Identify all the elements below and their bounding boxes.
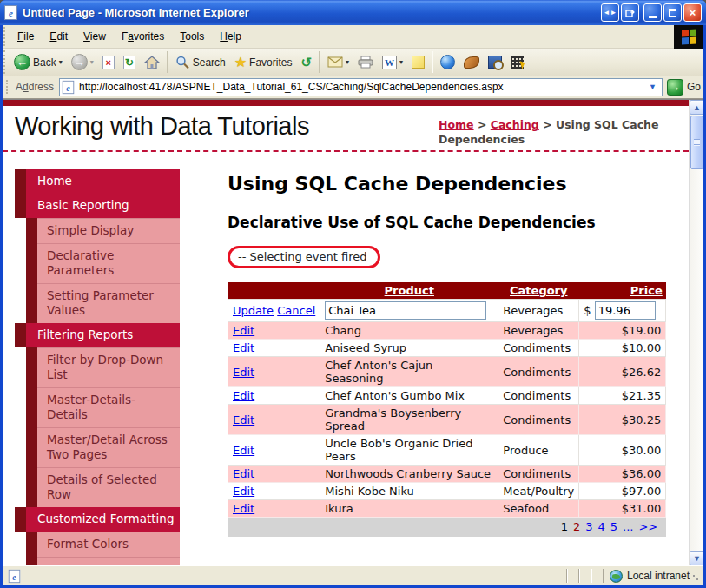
table-row: Edit Chef Anton's Gumbo Mix Condiments $… bbox=[228, 387, 666, 405]
sidebar-item-details-of-selected-row[interactable]: Details of Selected Row bbox=[15, 467, 180, 507]
edit-link[interactable]: Edit bbox=[233, 366, 254, 379]
menu-favorites[interactable]: Favorites bbox=[114, 27, 172, 46]
sidebar-item-declarative-parameters[interactable]: Declarative Parameters bbox=[15, 243, 180, 283]
update-link[interactable]: Update bbox=[233, 304, 274, 317]
window-popout-button[interactable] bbox=[621, 3, 639, 22]
edit-link[interactable]: Edit bbox=[233, 444, 254, 457]
chevron-down-icon: ▼ bbox=[649, 83, 657, 91]
print-button[interactable] bbox=[353, 54, 378, 70]
back-icon: ← bbox=[14, 54, 30, 70]
grid-edit-row: Update Cancel Beverages $ bbox=[228, 300, 666, 322]
menu-tools[interactable]: Tools bbox=[172, 27, 212, 46]
currency-symbol: $ bbox=[584, 304, 591, 317]
products-grid: Product Category Price Update Cancel bbox=[228, 282, 666, 537]
vertical-scrollbar[interactable]: ▲ ▼ bbox=[689, 100, 703, 565]
close-icon: × bbox=[690, 6, 696, 19]
addressbar-grip[interactable] bbox=[6, 80, 10, 94]
scroll-down-button[interactable]: ▼ bbox=[690, 551, 703, 565]
minimize-button[interactable] bbox=[643, 3, 662, 22]
back-dropdown-icon[interactable]: ▾ bbox=[59, 58, 63, 66]
pager-page-5-link[interactable]: 5 bbox=[610, 520, 617, 533]
history-button[interactable]: ↺ bbox=[296, 53, 316, 72]
forward-button[interactable]: → ▾ bbox=[67, 52, 98, 72]
sidebar-item-simple-display[interactable]: Simple Display bbox=[15, 218, 180, 243]
mail-button[interactable]: ▾ bbox=[323, 55, 353, 69]
sidebar-item-basic-reporting[interactable]: Basic Reporting bbox=[15, 194, 180, 218]
pager-next-link[interactable]: >> bbox=[638, 520, 657, 533]
sort-category-link[interactable]: Category bbox=[510, 284, 567, 297]
toolbar-grip[interactable] bbox=[3, 50, 8, 74]
edit-link[interactable]: Edit bbox=[233, 467, 254, 480]
address-dropdown-button[interactable]: ▼ bbox=[645, 80, 660, 95]
table-row: Edit Chef Anton's Cajun Seasoning Condim… bbox=[228, 357, 666, 387]
table-row: Edit Chang Beverages $19.00 bbox=[228, 322, 666, 340]
title-bar[interactable]: e Untitled Page - Microsoft Internet Exp… bbox=[0, 0, 706, 25]
page-icon: e bbox=[63, 80, 75, 93]
favorites-button[interactable]: ★ Favorites bbox=[230, 52, 297, 72]
forward-dropdown-icon[interactable]: ▾ bbox=[90, 58, 94, 66]
address-field[interactable]: e http://localhost:4178/ASPNET_Data_Tuto… bbox=[59, 78, 663, 96]
messenger-button[interactable] bbox=[436, 53, 459, 71]
edit-link[interactable]: Edit bbox=[233, 485, 254, 498]
back-button[interactable]: ← Back ▾ bbox=[10, 52, 67, 72]
search-button[interactable]: Search bbox=[171, 54, 230, 71]
home-button[interactable] bbox=[140, 54, 164, 71]
research-button[interactable] bbox=[484, 54, 506, 70]
window-arrows-button[interactable]: ◄► bbox=[601, 3, 619, 22]
breadcrumb: Home > Caching > Using SQL Cache Depende… bbox=[439, 112, 680, 147]
sort-product-link[interactable]: Product bbox=[385, 284, 434, 297]
forward-icon: → bbox=[71, 54, 88, 70]
edit-dropdown-icon[interactable]: ▾ bbox=[399, 58, 403, 66]
close-button[interactable]: × bbox=[683, 3, 702, 22]
sidebar-item-filter-by-dropdown-list[interactable]: Filter by Drop-Down List bbox=[15, 347, 180, 387]
mail-dropdown-icon[interactable]: ▾ bbox=[346, 58, 349, 66]
sort-price-link[interactable]: Price bbox=[630, 284, 663, 297]
sidebar-item-home[interactable]: Home bbox=[15, 169, 180, 194]
addon-button-2[interactable] bbox=[506, 54, 528, 70]
edit-link[interactable]: Edit bbox=[233, 341, 254, 354]
cancel-link[interactable]: Cancel bbox=[277, 304, 315, 317]
pager-page-2-link[interactable]: 2 bbox=[573, 520, 580, 533]
breadcrumb-caching-link[interactable]: Caching bbox=[491, 118, 539, 131]
table-row: Edit Northwoods Cranberry Sauce Condimen… bbox=[228, 466, 666, 483]
scroll-up-button[interactable]: ▲ bbox=[690, 100, 703, 115]
sidebar-item-master-detail-across-two-pages[interactable]: Master/Detail Across Two Pages bbox=[15, 427, 180, 467]
pager-ellipsis-link[interactable]: ... bbox=[623, 520, 633, 533]
menu-file[interactable]: File bbox=[10, 27, 42, 46]
edit-with-word-button[interactable]: W ▾ bbox=[378, 54, 407, 71]
sidebar-item-format-colors[interactable]: Format Colors bbox=[15, 532, 180, 557]
go-arrow-icon: → bbox=[667, 79, 683, 96]
chevron-down-icon: ▼ bbox=[693, 554, 701, 563]
pager-page-4-link[interactable]: 4 bbox=[598, 520, 605, 533]
sidebar-item-customized-formatting[interactable]: Customized Formatting bbox=[15, 507, 180, 532]
pager-page-3-link[interactable]: 3 bbox=[585, 520, 592, 533]
menu-help[interactable]: Help bbox=[212, 27, 249, 46]
maximize-button[interactable] bbox=[663, 3, 682, 22]
resize-grip[interactable] bbox=[691, 573, 702, 584]
refresh-button[interactable]: ↻ bbox=[119, 54, 140, 71]
edit-link[interactable]: Edit bbox=[233, 324, 254, 337]
status-page-icon: e bbox=[9, 569, 21, 582]
addon-button-1[interactable] bbox=[459, 55, 484, 70]
menu-edit[interactable]: Edit bbox=[42, 27, 76, 46]
sidebar-item-master-details-details[interactable]: Master-Details-Details bbox=[15, 387, 180, 427]
edit-link[interactable]: Edit bbox=[233, 389, 254, 402]
notes-button[interactable] bbox=[407, 54, 429, 70]
price-input[interactable] bbox=[595, 301, 656, 320]
stop-button[interactable]: × bbox=[98, 54, 119, 71]
scrollbar-thumb[interactable] bbox=[690, 116, 703, 169]
product-name-input[interactable] bbox=[325, 301, 486, 320]
browser-viewport: Working with Data Tutorials Home > Cachi… bbox=[3, 99, 703, 565]
sidebar-item-filtering-reports[interactable]: Filtering Reports bbox=[15, 323, 180, 347]
table-row: Edit Ikura Seafood $31.00 bbox=[228, 500, 666, 518]
go-button[interactable]: → Go bbox=[667, 79, 701, 96]
menubar-grip[interactable] bbox=[3, 27, 8, 46]
print-icon bbox=[358, 56, 373, 69]
breadcrumb-home-link[interactable]: Home bbox=[439, 118, 474, 131]
sidebar-item-setting-parameter-values[interactable]: Setting Parameter Values bbox=[15, 283, 180, 323]
menu-view[interactable]: View bbox=[76, 27, 114, 46]
breadcrumb-separator: > bbox=[478, 118, 486, 131]
address-url[interactable]: http://localhost:4178/ASPNET_Data_Tutori… bbox=[79, 81, 645, 93]
edit-link[interactable]: Edit bbox=[233, 413, 254, 426]
edit-link[interactable]: Edit bbox=[233, 502, 254, 515]
